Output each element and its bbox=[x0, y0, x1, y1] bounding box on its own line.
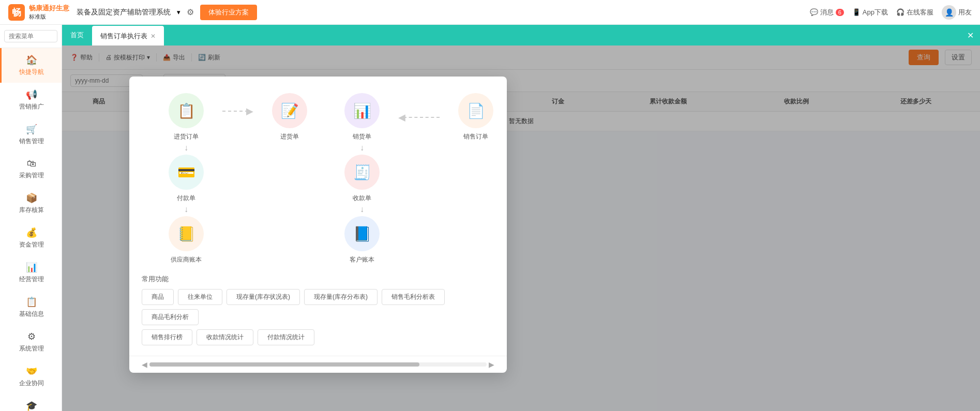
scroll-left-icon[interactable]: ◀ bbox=[142, 360, 147, 369]
arrow-down-1: ↓ bbox=[184, 141, 188, 155]
close-all-icon[interactable]: ✕ bbox=[967, 31, 980, 40]
node-purchase-order[interactable]: 📋 进货订单 bbox=[150, 93, 222, 141]
scroll-right-icon[interactable]: ▶ bbox=[489, 360, 494, 369]
purchase-order-label: 进货订单 bbox=[174, 132, 199, 141]
scroll-thumb bbox=[149, 362, 419, 367]
settings-icon[interactable]: ⚙ bbox=[187, 7, 194, 17]
node-customer-account[interactable]: 📘 客户账本 bbox=[326, 216, 398, 264]
arrow-down-4: ↓ bbox=[360, 203, 364, 216]
top-header: 畅 畅康通好生意 标准版 装备及固定资产辅助管理系统 ▾ ⚙ 体验行业方案 💬 … bbox=[0, 0, 980, 25]
logo-area: 畅 畅康通好生意 标准版 bbox=[8, 4, 70, 21]
message-icon: 💬 bbox=[810, 8, 818, 16]
receipt-label: 收款单 bbox=[353, 194, 371, 203]
func-buttons: 商品 往来单位 现存量(库存状况表) 现存量(库存分布表) 销售毛利分析表 商品… bbox=[142, 289, 494, 325]
app-container: 畅 畅康通好生意 标准版 装备及固定资产辅助管理系统 ▾ ⚙ 体验行业方案 💬 … bbox=[0, 0, 980, 411]
node-sales-bill[interactable]: 📊 销货单 bbox=[326, 93, 398, 141]
col-purchase: 📋 进货订单 ↓ 💳 付款单 bbox=[150, 93, 222, 264]
node-purchase-bill[interactable]: 📝 进货单 bbox=[253, 93, 326, 141]
func-btn-stock-dist[interactable]: 现存量(库存分布表) bbox=[304, 289, 378, 305]
sidebar-item-basic[interactable]: 📋 基础信息 bbox=[0, 290, 62, 325]
download-icon: 📱 bbox=[852, 8, 861, 16]
tab-sales-order-exec[interactable]: 销售订单执行表 ✕ bbox=[92, 26, 164, 47]
col-sales-bill: 📊 销货单 ↓ 🧾 收款单 bbox=[326, 93, 398, 264]
sales-icon: 🛒 bbox=[26, 124, 37, 135]
marketing-icon: 📢 bbox=[26, 89, 37, 100]
headset-icon: 🎧 bbox=[896, 8, 904, 16]
common-funcs-area: 常用功能 商品 往来单位 现存量(库存状况表) 现存量(库存分布表) 销售毛利分… bbox=[129, 275, 507, 356]
logo-icon: 畅 bbox=[8, 4, 25, 21]
avatar: 👤 bbox=[942, 5, 956, 20]
scroll-track[interactable] bbox=[149, 362, 487, 367]
scroll-area: ◀ ▶ bbox=[129, 356, 507, 373]
system-icon: ⚙ bbox=[27, 331, 36, 342]
func-btn-sales-rank[interactable]: 销售排行榜 bbox=[142, 329, 192, 345]
col-purchase-bill: 📝 进货单 bbox=[253, 93, 326, 141]
sidebar-item-finance[interactable]: 💰 资金管理 bbox=[0, 221, 62, 255]
customer-account-label: 客户账本 bbox=[350, 255, 374, 264]
sidebar-item-collab[interactable]: 🤝 企业协同 bbox=[0, 359, 62, 394]
basic-icon: 📋 bbox=[26, 296, 37, 308]
sidebar-item-quick-nav[interactable]: 🏠 快捷导航 bbox=[0, 48, 62, 83]
system-dropdown[interactable]: ▾ bbox=[177, 8, 180, 16]
main-body: 🏠 快捷导航 📢 营销推广 🛒 销售管理 🛍 采购管理 📦 库存核算 💰 bbox=[0, 25, 980, 411]
content-area: 首页 销售订单执行表 ✕ ✕ ❓ 帮助 🖨 bbox=[62, 25, 980, 411]
func-btn-goods[interactable]: 商品 bbox=[142, 289, 174, 305]
payment-circle: 💳 bbox=[169, 155, 204, 190]
workflow-area: 📋 进货订单 ↓ 💳 付款单 bbox=[129, 77, 507, 275]
online-service-action[interactable]: 🎧 在线客服 bbox=[896, 8, 933, 17]
workflow-modal: 📋 进货订单 ↓ 💳 付款单 bbox=[129, 77, 507, 373]
supplier-account-label: 供应商账本 bbox=[171, 255, 202, 264]
trial-button[interactable]: 体验行业方案 bbox=[200, 5, 257, 20]
common-funcs-title: 常用功能 bbox=[142, 275, 494, 284]
func-btn-partner[interactable]: 往来单位 bbox=[178, 289, 222, 305]
user-action[interactable]: 👤 用友 bbox=[942, 5, 972, 20]
sales-order-label: 销售订单 bbox=[463, 132, 488, 141]
supplier-account-circle: 📒 bbox=[169, 216, 204, 251]
arrow-h1: ▶ bbox=[222, 105, 253, 117]
collab-icon: 🤝 bbox=[26, 366, 37, 377]
func-btn-goods-profit[interactable]: 商品毛利分析 bbox=[142, 309, 199, 325]
node-receipt[interactable]: 🧾 收款单 bbox=[326, 155, 398, 203]
purchase-bill-circle: 📝 bbox=[272, 93, 307, 128]
sidebar-item-system[interactable]: ⚙ 系统管理 bbox=[0, 325, 62, 359]
search-menu-input[interactable] bbox=[4, 30, 57, 42]
sidebar-item-ops[interactable]: 📊 经营管理 bbox=[0, 255, 62, 290]
message-badge: 6 bbox=[836, 9, 844, 16]
func-btn-receipt-stats[interactable]: 收款情况统计 bbox=[197, 329, 253, 345]
page-content: ❓ 帮助 🖨 按模板打印 ▾ 📤 导出 bbox=[62, 45, 980, 411]
sidebar-item-sales[interactable]: 🛒 销售管理 bbox=[0, 117, 62, 152]
search-menu-area bbox=[0, 25, 62, 48]
sidebar-item-marketing[interactable]: 📢 营销推广 bbox=[0, 83, 62, 117]
node-sales-order[interactable]: 📄 销售订单 bbox=[440, 93, 507, 141]
sales-order-circle: 📄 bbox=[458, 93, 493, 128]
func-buttons-2: 销售排行榜 收款情况统计 付款情况统计 bbox=[142, 329, 494, 345]
sidebar-item-inventory[interactable]: 📦 库存核算 bbox=[0, 186, 62, 221]
scroll-row: ◀ ▶ bbox=[142, 360, 494, 369]
tab-home[interactable]: 首页 bbox=[62, 25, 92, 45]
ops-icon: 📊 bbox=[26, 262, 37, 273]
newbie-icon: 🎓 bbox=[26, 400, 37, 411]
arrow-down-2: ↓ bbox=[360, 141, 364, 155]
node-supplier-account[interactable]: 📒 供应商账本 bbox=[150, 216, 222, 264]
func-btn-stock-status[interactable]: 现存量(库存状况表) bbox=[227, 289, 300, 305]
purchase-icon: 🛍 bbox=[27, 158, 36, 169]
sales-bill-circle: 📊 bbox=[344, 93, 380, 128]
sidebar-item-purchase[interactable]: 🛍 采购管理 bbox=[0, 152, 62, 186]
home-icon: 🏠 bbox=[26, 54, 37, 66]
payment-label: 付款单 bbox=[177, 194, 195, 203]
tab-close-icon[interactable]: ✕ bbox=[150, 33, 156, 40]
col-sales-order: ◀ 📄 销售订单 bbox=[398, 93, 507, 141]
customer-account-circle: 📘 bbox=[344, 216, 380, 251]
message-action[interactable]: 💬 消息 6 bbox=[810, 8, 844, 17]
system-title: 装备及固定资产辅助管理系统 bbox=[77, 8, 171, 17]
tab-bar: 首页 销售订单执行表 ✕ ✕ bbox=[62, 25, 980, 45]
func-btn-payment-stats[interactable]: 付款情况统计 bbox=[258, 329, 314, 345]
node-payment[interactable]: 💳 付款单 bbox=[150, 155, 222, 203]
app-download-action[interactable]: 📱 App下载 bbox=[852, 8, 888, 17]
arrow-h2: ◀ bbox=[398, 112, 440, 123]
purchase-bill-label: 进货单 bbox=[280, 132, 299, 141]
sidebar: 🏠 快捷导航 📢 营销推广 🛒 销售管理 🛍 采购管理 📦 库存核算 💰 bbox=[0, 25, 62, 411]
sidebar-item-newbie[interactable]: 🎓 新手引导 bbox=[0, 394, 62, 411]
logo-text: 畅康通好生意 标准版 bbox=[29, 4, 69, 20]
func-btn-sales-profit[interactable]: 销售毛利分析表 bbox=[382, 289, 445, 305]
